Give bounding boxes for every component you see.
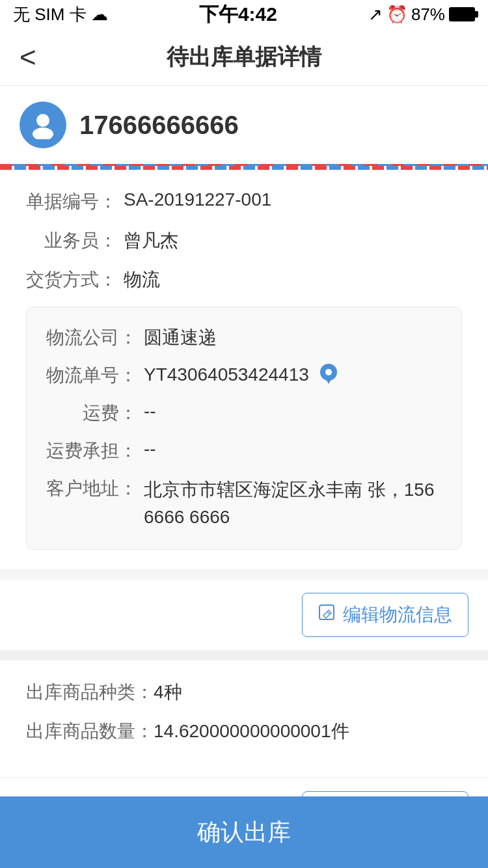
freight-row: 运费： -- — [46, 401, 442, 426]
logistics-tracking-row: 物流单号： YT43064053424413 — [46, 363, 442, 388]
battery-icon — [449, 7, 475, 21]
section-divider — [0, 650, 488, 660]
logistics-company-row: 物流公司： 圆通速递 — [46, 325, 442, 350]
salesman-value: 曾凡杰 — [124, 228, 462, 253]
nav-bar: < 待出库单据详情 — [0, 29, 488, 86]
status-right: ↗ ⏰ 87% — [368, 5, 475, 25]
edit-logistics-button[interactable]: 编辑物流信息 — [302, 593, 468, 637]
product-types-label: 出库商品种类： — [26, 680, 154, 705]
location-pin-icon[interactable] — [317, 363, 340, 387]
customer-header: 17666666666 — [0, 86, 488, 166]
order-number-label: 单据编号： — [26, 189, 124, 214]
alarm-icon: ⏰ — [386, 5, 407, 25]
product-quantity-value: 14.620000000000001件 — [154, 719, 349, 744]
product-section: 出库商品种类： 4种 出库商品数量： 14.620000000000001件 — [0, 660, 488, 778]
product-quantity-row: 出库商品数量： 14.620000000000001件 — [26, 719, 462, 744]
svg-marker-4 — [325, 377, 332, 384]
logistics-tracking-label: 物流单号： — [46, 363, 144, 388]
freight-bear-value: -- — [144, 439, 442, 459]
status-time: 下午4:42 — [199, 1, 277, 28]
svg-point-0 — [36, 114, 49, 127]
location-status-icon: ↗ — [368, 5, 383, 25]
edit-btn-row: 编辑物流信息 — [0, 580, 488, 650]
product-types-row: 出库商品种类： 4种 — [26, 680, 462, 705]
avatar — [20, 102, 66, 148]
address-value: 北京市市辖区海淀区永丰南 张，156 6666 6666 — [144, 476, 442, 531]
svg-line-6 — [327, 612, 330, 614]
svg-point-1 — [33, 128, 53, 139]
sim-status: 无 SIM 卡 ☁ — [13, 3, 108, 26]
content-area: 17666666666 单据编号： SA-20191227-001 业务员： 曾… — [0, 86, 488, 868]
order-number-value: SA-20191227-001 — [124, 189, 462, 210]
salesman-label: 业务员： — [26, 228, 124, 253]
product-quantity-label: 出库商品数量： — [26, 719, 154, 744]
page-title: 待出库单据详情 — [167, 42, 321, 72]
battery-level: 87% — [411, 5, 445, 25]
confirm-btn-label: 确认出库 — [197, 817, 291, 848]
logistics-company-value: 圆通速递 — [144, 325, 442, 350]
status-bar: 无 SIM 卡 ☁ 下午4:42 ↗ ⏰ 87% — [0, 0, 488, 29]
status-left: 无 SIM 卡 ☁ — [13, 3, 108, 26]
delivery-value: 物流 — [124, 267, 462, 292]
address-row: 客户地址： 北京市市辖区海淀区永丰南 张，156 6666 6666 — [46, 476, 442, 531]
freight-label: 运费： — [46, 401, 144, 426]
salesman-row: 业务员： 曾凡杰 — [26, 228, 462, 253]
customer-phone: 17666666666 — [79, 111, 239, 140]
order-number-row: 单据编号： SA-20191227-001 — [26, 189, 462, 214]
freight-bear-label: 运费承担： — [46, 439, 144, 463]
order-basic-info: 单据编号： SA-20191227-001 业务员： 曾凡杰 交货方式： 物流 … — [0, 170, 488, 569]
logistics-tracking-value: YT43064053424413 — [144, 363, 442, 387]
freight-bear-row: 运费承担： -- — [46, 439, 442, 463]
logistics-company-label: 物流公司： — [46, 325, 144, 350]
delivery-row: 交货方式： 物流 — [26, 267, 462, 292]
product-types-value: 4种 — [154, 680, 182, 705]
avatar-icon — [29, 111, 57, 139]
back-button[interactable]: < — [20, 43, 36, 72]
svg-point-3 — [325, 369, 332, 375]
edit-icon — [318, 604, 336, 627]
logistics-card: 物流公司： 圆通速递 物流单号： YT43064053424413 运费： -- — [26, 306, 462, 550]
delivery-label: 交货方式： — [26, 267, 124, 292]
freight-value: -- — [144, 401, 442, 422]
confirm-button-bar[interactable]: 确认出库 — [0, 796, 488, 868]
address-label: 客户地址： — [46, 476, 144, 501]
edit-logistics-label: 编辑物流信息 — [343, 603, 452, 627]
